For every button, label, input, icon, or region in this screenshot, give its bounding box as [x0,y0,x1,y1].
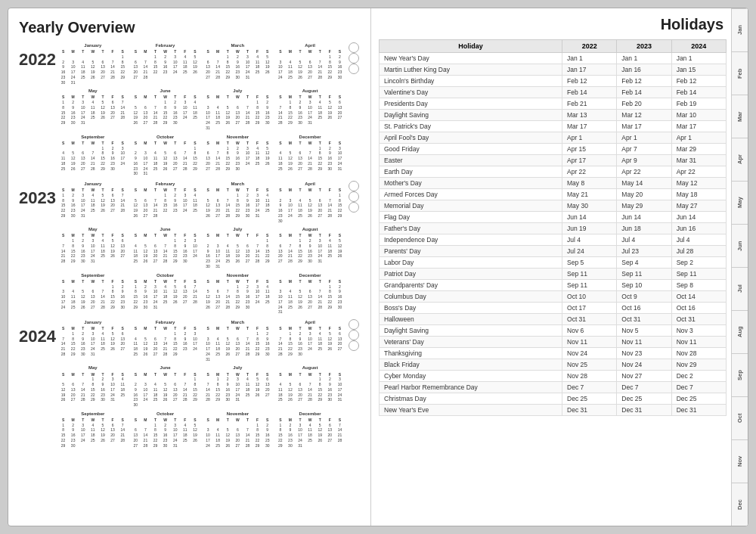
year-label-2023: 2023 [19,181,58,208]
cal-dec-2023: December SMTWTFS 12 3456789 101112131415… [275,272,345,315]
circle-q1-2024 [349,319,359,330]
circle-q2-2024 [349,330,359,340]
cal-jan-2022: January SMTWTFS 1 2345678 9101112131415 … [58,42,128,85]
table-row: Cyber MondayNov 28Nov 27Dec 2 [380,371,727,382]
cal-apr-2024: April SMTWTFS 123456 78910111213 1415161… [275,319,345,362]
col-header-2022: 2022 [562,40,617,53]
table-row: Lincoln's BirthdayFeb 12Feb 12Feb 12 [380,76,727,87]
table-row: Good FridayApr 15Apr 7Mar 29 [380,144,727,155]
tab-feb[interactable]: Feb [732,51,748,95]
circle-q2-2022 [349,53,359,64]
table-row: Martin Luther King DayJan 17Jan 16Jan 15 [380,64,727,76]
circles-2023 [345,181,363,213]
table-row: Labor DaySep 5Sep 4Sep 2 [380,257,727,269]
table-row: Independence DayJul 4Jul 4Jul 4 [380,234,727,246]
holidays-table: Holiday 2022 2023 2024 New Year's DayJan… [379,39,727,416]
circle-q1-2023 [349,181,359,191]
cal-may-2024: May SMTWTFS 1234 567891011 1213141516171… [58,365,128,407]
tab-dec[interactable]: Dec [732,483,748,526]
table-row: Flag DayJun 14Jun 14Jun 14 [380,212,727,223]
main-page: Yearly Overview 2022 January SMTWTFS 1 2… [8,8,748,526]
left-panel: Yearly Overview 2022 January SMTWTFS 1 2… [8,8,371,526]
tab-oct[interactable]: Oct [732,396,748,439]
year-section-2024: 2024 January SMTWTFS 123456 78910111213 … [19,319,363,448]
table-row: Patriot DaySep 11Sep 11Sep 11 [380,269,727,280]
cal-may-2023: May SMTWTFS 123456 78910111213 141516171… [58,226,128,269]
cal-dec-2024: December SMTWTFS 1234567 891011121314 15… [275,411,345,449]
cal-nov-2023: November SMTWTFS 1234 567891011 12131415… [203,272,273,315]
calendars-2024: January SMTWTFS 123456 78910111213 14151… [58,319,345,448]
cal-aug-2024: August SMTWTFS 123 45678910 111213141516… [275,365,345,407]
table-row: Columbus DayOct 10Oct 9Oct 14 [380,291,727,303]
cal-oct-2024: October SMTWTFS 12345 6789101112 1314151… [131,411,200,449]
cal-oct-2023: October SMTWTFS 1234567 891011121314 151… [131,272,200,315]
table-row: Presidents DayFeb 21Feb 20Feb 19 [380,98,727,110]
calendars-2022: January SMTWTFS 1 2345678 9101112131415 … [58,42,345,176]
table-row: New Year's EveDec 31Dec 31Dec 31 [380,405,727,416]
table-row: Boss's DayOct 17Oct 16Oct 16 [380,303,727,314]
circle-q3-2023 [349,202,359,213]
tab-apr[interactable]: Apr [732,138,748,181]
table-row: St. Patrick's DayMar 17Mar 17Mar 17 [380,121,727,132]
year-label-2022: 2022 [19,42,58,70]
table-row: Daylight SavingNov 6Nov 5Nov 3 [380,325,727,337]
table-row: Armed Forces DayMay 21May 20May 18 [380,189,727,200]
circle-q3-2022 [349,64,359,74]
table-row: Daylight SavingMar 13Mar 12Mar 10 [380,110,727,121]
cal-apr-2023: April SMTWTFS 1 2345678 9101112131415 16… [275,181,345,223]
table-row: Grandparents' DaySep 11Sep 10Sep 8 [380,280,727,291]
cal-sep-2022: September SMTWTFS 123 45678910 111213141… [58,134,128,176]
cal-jun-2024: June SMTWTFS 1 2345678 9101112131415 161… [131,365,200,407]
tab-nov[interactable]: Nov [732,439,748,483]
right-panel: Holidays Holiday 2022 2023 2024 New Year… [371,8,748,526]
circles-2024 [345,319,363,351]
cal-jun-2022: June SMTWTFS 1234 567891011 121314151617… [131,88,200,130]
month-tabs[interactable]: Jan Feb Mar Apr May Jun Jul Aug Sep Oct … [731,8,748,526]
year-label-2024: 2024 [19,319,58,346]
table-row: ThanksgivingNov 24Nov 23Nov 28 [380,348,727,359]
year-section-2022: 2022 January SMTWTFS 1 2345678 910111213… [19,42,363,176]
table-row: Black FridayNov 25Nov 24Nov 29 [380,359,727,371]
tab-mar[interactable]: Mar [732,95,748,138]
cal-mar-2023: March SMTWTFS 1234 567891011 12131415161… [203,181,273,223]
cal-feb-2022: February SMTWTFS 12345 6789101112 131415… [131,42,200,85]
cal-oct-2022: October SMTWTFS 1 2345678 9101112131415 … [131,134,200,176]
table-row: Pearl Harbor Remembrance DayDec 7Dec 7De… [380,382,727,393]
circle-q2-2023 [349,191,359,202]
cal-nov-2022: November SMTWTFS 12345 6789101112 131415… [203,134,273,176]
cal-sep-2024: September SMTWTFS 1234567 891011121314 1… [58,411,128,449]
tab-may[interactable]: May [732,181,748,224]
tab-jun[interactable]: Jun [732,224,748,267]
table-row: Christmas DayDec 25Dec 25Dec 25 [380,393,727,405]
cal-aug-2022: August SMTWTFS 123456 78910111213 141516… [275,88,345,130]
cal-feb-2024: February SMTWTFS 123 45678910 1112131415… [131,319,200,362]
tab-sep[interactable]: Sep [732,353,748,396]
tab-jan[interactable]: Jan [732,8,748,51]
table-row: EasterApr 17Apr 9Mar 31 [380,155,727,166]
table-row: Veterans' DayNov 11Nov 11Nov 11 [380,337,727,348]
cal-may-2022: May SMTWTFS 1234567 891011121314 1516171… [58,88,128,130]
table-row: April Fool's DayApr 1Apr 1Apr 1 [380,132,727,144]
table-row: Parents' DayJul 24Jul 23Jul 28 [380,246,727,257]
cal-jul-2024: July SMTWTFS 123456 78910111213 14151617… [203,365,273,407]
table-row: Mother's DayMay 8May 14May 12 [380,178,727,189]
cal-apr-2022: April SMTWTFS 12 3456789 10111213141516 … [275,42,345,85]
cal-nov-2024: November SMTWTFS 12 3456789 101112131415… [203,411,273,449]
tab-aug[interactable]: Aug [732,310,748,353]
table-row: New Year's DayJan 1Jan 1Jan 1 [380,53,727,64]
cal-jun-2023: June SMTWTFS 123 45678910 11121314151617… [131,226,200,269]
holidays-title: Holidays [379,16,727,33]
year-section-2023: 2023 January SMTWTFS 1234567 89101112131… [19,181,363,315]
holidays-table-header: Holiday 2022 2023 2024 [380,40,727,53]
cal-jul-2022: July SMTWTFS 12 3456789 10111213141516 1… [203,88,273,130]
col-header-holiday: Holiday [380,40,562,53]
cal-aug-2023: August SMTWTFS 12345 6789101112 13141516… [275,226,345,269]
cal-dec-2022: December SMTWTFS 123 45678910 1112131415… [275,134,345,176]
tab-jul[interactable]: Jul [732,267,748,310]
circle-q1-2022 [349,42,359,53]
cal-sep-2023: September SMTWTFS 12 3456789 10111213141… [58,272,128,315]
table-row: Valentine's DayFeb 14Feb 14Feb 14 [380,87,727,98]
table-row: Father's DayJun 19Jun 18Jun 16 [380,223,727,234]
col-header-2023: 2023 [617,40,671,53]
circle-q3-2024 [349,340,359,351]
